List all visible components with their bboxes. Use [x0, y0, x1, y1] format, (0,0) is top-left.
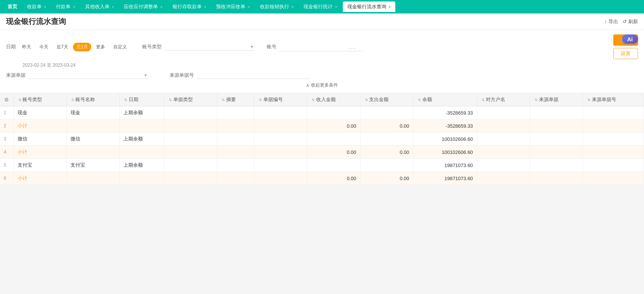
row-number: 3 [0, 133, 14, 146]
account-filter-item: 账号 ... [267, 42, 362, 51]
cell-balance: 19871073.60 [413, 172, 477, 185]
nav-tab-receipt[interactable]: 收款单 × [23, 1, 51, 12]
cell-doc-no [254, 172, 307, 185]
cell-source-doc-no [583, 172, 644, 185]
sort-icon: ⇅ [169, 98, 172, 102]
th-counterpart[interactable]: ⇅ 对方户名 [477, 93, 530, 106]
nav-tab-bank-deposit[interactable]: 银行存取款单 × [168, 1, 211, 12]
cell-income: 0.00 [307, 146, 360, 159]
cell-summary [217, 119, 254, 133]
cell-doc-type [164, 133, 217, 146]
cell-balance: 100102606.60 [413, 146, 477, 159]
row-number: 6 [0, 172, 14, 185]
cell-expense [360, 133, 413, 146]
more-options-icon[interactable]: ... [348, 43, 356, 50]
cell-counterpart [477, 159, 530, 172]
sort-icon: ⇅ [365, 98, 368, 102]
th-doc-no[interactable]: ⇅ 单据编号 [254, 93, 307, 106]
close-icon[interactable]: × [248, 4, 250, 9]
th-account-name[interactable]: ⇅ 账号名称 [66, 93, 119, 106]
cell-expense: 0.00 [360, 119, 413, 133]
gear-column-header[interactable]: ⚙ [0, 93, 14, 106]
th-doc-type[interactable]: ⇅ 单据类型 [164, 93, 217, 106]
cell-income [307, 133, 360, 146]
th-expense[interactable]: ⇅ 支出金额 [360, 93, 413, 106]
refresh-button[interactable]: ↺ 刷新 [623, 18, 638, 25]
sort-icon: ⇅ [71, 98, 74, 102]
nav-tab-ar-ap-adjust[interactable]: 应收应付调整单 × [119, 1, 167, 12]
header-actions: ↑ 导出 ↺ 刷新 [605, 18, 638, 25]
top-navigation: 首页 收款单 × 付款单 × 其他收入单 × 应收应付调整单 × 银行存取款单 … [0, 0, 644, 13]
collapse-button[interactable]: ∧ 收起更多条件 [6, 82, 638, 88]
close-icon[interactable]: × [73, 4, 75, 9]
row-number: 1 [0, 106, 14, 119]
gear-icon: ⚙ [4, 97, 9, 103]
table-row: 2小计0.000.00-3528659.33 [0, 119, 644, 133]
nav-tab-home[interactable]: 首页 [3, 1, 22, 12]
cell-source-doc-no [583, 159, 644, 172]
close-icon[interactable]: × [44, 4, 46, 9]
date-btn-custom[interactable]: 自定义 [110, 43, 130, 51]
close-icon[interactable]: × [291, 4, 294, 9]
date-btn-yesterday[interactable]: 昨天 [19, 43, 35, 51]
close-icon[interactable]: × [389, 4, 391, 9]
close-icon[interactable]: × [204, 4, 206, 9]
nav-tab-cash-bank-flow[interactable]: 现金银行流水查询 × [343, 1, 395, 12]
cell-doc-type [164, 146, 217, 159]
cell-date: 上期余额 [120, 106, 164, 119]
account-type-select[interactable]: ▾ [165, 43, 255, 51]
th-account-type[interactable]: ⇅ 账号类型 [14, 93, 66, 106]
date-btn-1month[interactable]: 近1月 [73, 43, 92, 51]
close-icon[interactable]: × [335, 4, 337, 9]
data-table-container: ⚙ ⇅ 账号类型 ⇅ 账号名称 ⇅ 日期 ⇅ 单据类型 [0, 93, 644, 185]
th-summary[interactable]: ⇅ 摘要 [217, 93, 254, 106]
ai-badge[interactable]: Ai [622, 34, 638, 44]
cell-doc-type [164, 106, 217, 119]
nav-tab-collection-exec[interactable]: 收款核销执行 × [255, 1, 298, 12]
cell-balance: -3528659.33 [413, 106, 477, 119]
date-btn-more[interactable]: 更多 [93, 43, 108, 51]
source-doc-select[interactable]: ▾ [29, 72, 149, 79]
cell-counterpart [477, 133, 530, 146]
cell-account-type: 小计 [14, 146, 66, 159]
date-btn-7days[interactable]: 近7天 [53, 43, 72, 51]
filter-row-date: 日期 昨天 今天 近7天 近1月 更多 自定义 账号类型 ▾ 账号 ... [6, 34, 638, 59]
cell-doc-no [254, 133, 307, 146]
th-income[interactable]: ⇅ 收入金额 [307, 93, 360, 106]
row-number: 2 [0, 119, 14, 133]
cell-source-doc [530, 172, 583, 185]
cell-account-name [66, 172, 119, 185]
cell-balance: 19871073.60 [413, 159, 477, 172]
nav-tab-other-income[interactable]: 其他收入单 × [81, 1, 119, 12]
cell-source-doc-no [583, 106, 644, 119]
cell-balance: -3528659.33 [413, 119, 477, 133]
date-range-display: 2023-02-24 至 2023-03-24 [21, 62, 638, 69]
cell-account-name: 微信 [66, 133, 119, 146]
table-row: 5支付宝支付宝上期余额19871073.60 [0, 159, 644, 172]
page-header: 现金银行流水查询 ↑ 导出 ↺ 刷新 [0, 13, 644, 30]
source-doc-num-input[interactable] [197, 72, 309, 79]
th-source-doc[interactable]: ⇅ 来源单据 [530, 93, 583, 106]
cell-date: 上期余额 [120, 133, 164, 146]
cell-source-doc-no [583, 119, 644, 133]
filter-row-source: 来源单据 ▾ 来源单据号 [6, 72, 638, 79]
cell-summary [217, 146, 254, 159]
th-balance[interactable]: ⇅ 余额 [413, 93, 477, 106]
account-input[interactable] [281, 43, 348, 50]
nav-tab-prepay[interactable]: 预收冲应收单 × [212, 1, 254, 12]
close-icon[interactable]: × [112, 4, 114, 9]
date-label: 日期 [6, 43, 16, 50]
cell-source-doc [530, 106, 583, 119]
table-row: 3微信微信上期余额100102606.60 [0, 133, 644, 146]
export-button[interactable]: ↑ 导出 [605, 18, 618, 25]
nav-tab-cash-bank-stat[interactable]: 现金银行统计 × [299, 1, 342, 12]
sort-icon: ⇅ [18, 98, 21, 102]
date-btn-today[interactable]: 今天 [36, 43, 52, 51]
nav-tab-payment[interactable]: 付款单 × [51, 1, 80, 12]
close-icon[interactable]: × [160, 4, 162, 9]
settings-button[interactable]: 设置 [613, 48, 638, 59]
th-source-doc-no[interactable]: ⇅ 来源单据号 [583, 93, 644, 106]
th-date[interactable]: ⇅ 日期 [120, 93, 164, 106]
sort-icon: ⇅ [124, 98, 127, 102]
cell-source-doc [530, 119, 583, 133]
